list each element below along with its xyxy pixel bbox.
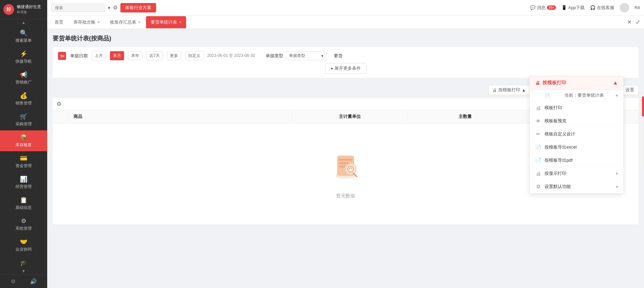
- tab-collection-summary[interactable]: 收发存汇总表 ×: [105, 16, 145, 28]
- order-type-filter: 单据类型 单据类型 ▾: [266, 51, 326, 60]
- print-template-excel-item[interactable]: 📄 按模板导出excel: [530, 141, 623, 154]
- sidebar-item-search[interactable]: 🔍 搜索菜单: [0, 26, 47, 47]
- tab-order-summary[interactable]: 要货单统计表 ×: [146, 16, 186, 28]
- date-btn-last-month[interactable]: 上月: [92, 51, 106, 60]
- topbar-dropdown-button[interactable]: ▾: [108, 5, 110, 10]
- sidebar-item-label: 搜索菜单: [16, 38, 32, 43]
- trial-button[interactable]: 体验行业方案: [120, 3, 156, 12]
- expand-more-button[interactable]: ▾ 展开更多条件: [325, 63, 367, 74]
- sidebar-item-marketing[interactable]: 📢 营销推广: [0, 68, 47, 89]
- logo-icon: 好: [3, 4, 14, 15]
- print-template-button[interactable]: 🖨 按模板打印 ▲: [488, 85, 530, 95]
- customer-service-label: 在线客服: [597, 5, 614, 11]
- date-btn-custom[interactable]: 自定义: [185, 51, 203, 60]
- tab-batch-close-icon[interactable]: ×: [97, 20, 100, 25]
- display-print-icon: 🖨: [535, 171, 541, 177]
- tab-collection-label: 收发存汇总表: [110, 19, 136, 25]
- app-download-action[interactable]: 📱 App下载: [561, 5, 585, 11]
- date-btn-more[interactable]: 更多: [167, 51, 181, 60]
- print-chevron-up-icon: ▲: [522, 88, 526, 93]
- print-dropdown-header[interactable]: 🖨 按模板打印 ▲: [530, 76, 623, 90]
- topbar-actions: 💬 消息 99+ 📱 App下载 🎧 在线客服 Rit: [530, 3, 640, 12]
- date-btn-7days[interactable]: 近7天: [146, 51, 163, 60]
- newbie-icon: 🎓: [20, 259, 27, 266]
- sidebar-item-operation[interactable]: 📊 经营管理: [0, 172, 47, 193]
- print-template-custom-item[interactable]: ✏ 模板自定义设计: [530, 128, 623, 141]
- print-default-settings-group[interactable]: ⚙ 设置默认功能 ▾: [530, 180, 623, 193]
- sidebar-item-purchase[interactable]: 🛒 采购管理: [0, 109, 47, 130]
- print-display-print-group[interactable]: 🖨 按显示打印 ▾: [530, 167, 623, 180]
- tab-batch-account[interactable]: 库存批次账 ×: [69, 16, 105, 28]
- default-settings-label: 设置默认功能: [545, 184, 571, 190]
- empty-icon: [329, 149, 362, 189]
- filter-expand-button[interactable]: ≫: [58, 52, 66, 60]
- message-action[interactable]: 💬 消息 99+: [530, 5, 556, 11]
- tabs-expand-button[interactable]: ⤢: [634, 18, 641, 27]
- tabs-right-actions: ✕ ⤢: [626, 18, 641, 27]
- sidebar: 好 畅捷通好生意 标准版 ▲ 🔍 搜索菜单 ⚡ 快捷导航 📢 营销推广 💰 销售…: [0, 0, 47, 288]
- order-type-select[interactable]: 单据类型 ▾: [286, 51, 326, 60]
- topbar-gear-icon[interactable]: ⚙: [113, 4, 118, 11]
- sidebar-item-system[interactable]: ⚙ 系统管理: [0, 214, 47, 235]
- topbar-search-input[interactable]: [51, 4, 105, 12]
- print-template-preview-item[interactable]: 👁 模板板预览: [530, 115, 623, 128]
- sidebar-item-finance[interactable]: 💳 资金管理: [0, 151, 47, 172]
- sidebar-item-label: 采购管理: [16, 121, 32, 127]
- print-dropdown-header-left: 🖨 按模板打印: [535, 80, 566, 86]
- print-template-print-item[interactable]: 🖨 模板打印: [530, 101, 623, 115]
- sidebar-scroll-up[interactable]: ▲: [0, 19, 47, 26]
- topbar: ▾ ⚙ 体验行业方案 💬 消息 99+ 📱 App下载 🎧 在线客服 Rit: [47, 0, 644, 15]
- print-header-label: 按模板打印: [543, 80, 566, 86]
- right-scrollbar[interactable]: [642, 96, 644, 164]
- print-dropdown-chevron-icon: ▲: [613, 80, 618, 86]
- order-type-value: 单据类型: [289, 53, 305, 59]
- print-template-label: 按模板打印: [498, 87, 520, 93]
- th-unit: 主计量单位: [292, 110, 408, 123]
- print-current-label: 当前：要货单统计表: [564, 92, 604, 98]
- sidebar-scroll-down[interactable]: ▼: [0, 268, 47, 275]
- message-label: 消息: [537, 5, 546, 11]
- yh-label: 要货: [334, 53, 343, 59]
- date-btn-this-year[interactable]: 本年: [128, 51, 142, 60]
- sidebar-item-newbie[interactable]: 🎓 新手引导: [0, 256, 47, 268]
- scrollbar-thumb: [642, 96, 644, 117]
- print-doc-icon: 📄: [545, 93, 550, 98]
- sidebar-settings-icon[interactable]: ⚙: [11, 278, 16, 285]
- tab-order-close-icon[interactable]: ×: [179, 20, 181, 25]
- print-current-chevron-icon: ▾: [616, 93, 618, 98]
- tab-batch-label: 库存批次账: [74, 19, 95, 25]
- download-icon: 📱: [561, 5, 567, 10]
- sidebar-sound-icon[interactable]: 🔊: [30, 278, 37, 285]
- sidebar-item-sales[interactable]: 💰 销售管理: [0, 89, 47, 109]
- tab-collection-close-icon[interactable]: ×: [138, 20, 141, 25]
- sidebar-item-quicknav[interactable]: ⚡ 快捷导航: [0, 47, 47, 68]
- tab-home[interactable]: 首页: [50, 16, 68, 28]
- system-icon: ⚙: [21, 217, 26, 225]
- tab-order-label: 要货单统计表: [151, 19, 177, 25]
- sidebar-item-inventory[interactable]: 📦 库存核算: [0, 130, 47, 151]
- template-custom-icon: ✏: [535, 131, 541, 137]
- display-print-left: 🖨 按显示打印: [535, 170, 566, 177]
- print-current-template[interactable]: 📄 当前：要货单统计表 ▾: [530, 90, 623, 101]
- template-print-icon: 🖨: [535, 105, 541, 111]
- printer-icon: 🖨: [493, 88, 497, 93]
- username-label: Rit: [635, 5, 640, 10]
- sidebar-item-label: 销售管理: [16, 100, 32, 106]
- sidebar-item-basic[interactable]: 📋 基础信息: [0, 193, 47, 214]
- expand-more-row: ▾ 展开更多条件: [58, 63, 633, 74]
- user-avatar[interactable]: [620, 3, 629, 12]
- table-settings-icon[interactable]: ⚙: [57, 101, 61, 107]
- operation-icon: 📊: [20, 175, 27, 183]
- main-area: ▾ ⚙ 体验行业方案 💬 消息 99+ 📱 App下载 🎧 在线客服 Rit 首…: [47, 0, 644, 288]
- svg-rect-2: [339, 159, 352, 161]
- template-preview-icon: 👁: [535, 118, 541, 124]
- sidebar-item-label: 营销推广: [16, 79, 32, 85]
- template-excel-icon: 📄: [535, 144, 541, 150]
- date-btn-this-month[interactable]: 本月: [110, 51, 124, 60]
- sidebar-nav: 🔍 搜索菜单 ⚡ 快捷导航 📢 营销推广 💰 销售管理 🛒 采购管理 📦 库存核…: [0, 26, 47, 268]
- customer-service-action[interactable]: 🎧 在线客服: [590, 5, 614, 11]
- tabs-close-all-button[interactable]: ✕: [626, 18, 633, 27]
- sidebar-item-cooperation[interactable]: 🤝 企业协同: [0, 235, 47, 256]
- service-icon: 🎧: [590, 5, 595, 10]
- print-template-pdf-item[interactable]: 📄 按模板导出pdf: [530, 154, 623, 167]
